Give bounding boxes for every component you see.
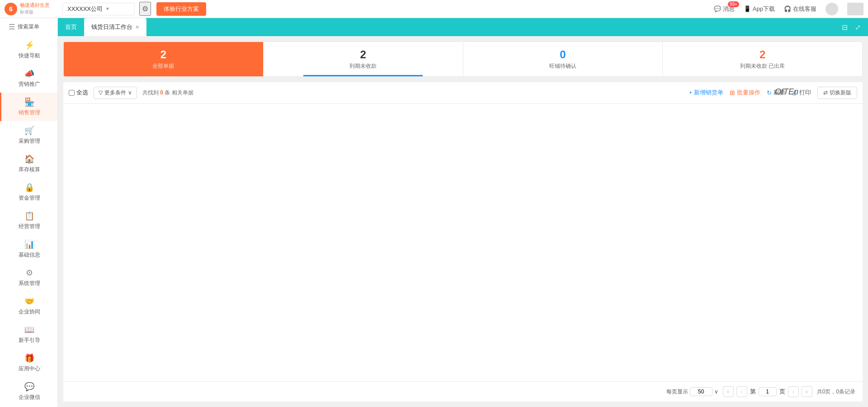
stat-unshipped[interactable]: 2 到期未收款 已出库: [663, 42, 862, 76]
sidebar-item-sales[interactable]: 🏪 销售管理: [0, 93, 57, 121]
avatar[interactable]: [826, 3, 838, 15]
top-header: 6 畅捷通好生意 标准版 XXXXXX公司 ▼ ⚙ 体验行业方案 💬 消息 99…: [0, 0, 868, 18]
stat-pending-number: 0: [472, 48, 654, 61]
app-badge: 标准版: [20, 9, 50, 15]
marketing-label: 营销推广: [19, 80, 40, 88]
content-area: 2 全部单据 2 到期未收款 0 旺铺待确认 2 到期未收款 已出库: [58, 36, 868, 407]
stat-pending[interactable]: 0 旺铺待确认: [463, 42, 663, 76]
page-suffix-label: 页: [779, 388, 785, 396]
tab-bar-actions: ⊟ ⤢: [840, 21, 868, 33]
logo-area: 6 畅捷通好生意 标准版: [5, 2, 62, 15]
sidebar-item-inventory[interactable]: 🏠 库存核算: [0, 150, 57, 178]
search-menu-icon: ☰: [9, 23, 15, 31]
app-center-icon: 🎁: [24, 353, 34, 363]
tab-minimize-icon[interactable]: ⊟: [840, 21, 849, 33]
operation-label: 经营管理: [19, 223, 40, 230]
sidebar-item-marketing[interactable]: 📣 营销推广: [0, 64, 57, 93]
batch-icon: ⊞: [730, 89, 735, 96]
filter-button[interactable]: ▽ 更多条件 ∨: [94, 87, 137, 99]
sidebar-item-purchase[interactable]: 🛒 采购管理: [0, 121, 57, 150]
select-all-input[interactable]: [69, 90, 75, 96]
stat-unshipped-number: 2: [672, 48, 853, 61]
prev-page-button[interactable]: ‹: [736, 386, 747, 397]
app-center-label: 应用中心: [19, 365, 40, 373]
stat-underline: [303, 75, 423, 76]
company-selector[interactable]: XXXXXX公司 ▼: [62, 3, 135, 15]
stat-all[interactable]: 2 全部单据: [64, 42, 264, 76]
sidebar-item-finance[interactable]: 🔒 资金管理: [0, 178, 57, 206]
select-all-checkbox[interactable]: 全选: [69, 89, 88, 97]
result-count: 0: [160, 89, 163, 96]
inventory-icon: 🏠: [24, 154, 34, 164]
pagination: 每页显示 ∨ « ‹ 第 页 › » 共0页，0条记录: [63, 381, 863, 402]
stat-overdue-label: 到期未收款: [273, 62, 454, 70]
sidebar-item-beginner[interactable]: 📖 新手引导: [0, 320, 57, 349]
basic-info-label: 基础信息: [19, 251, 40, 259]
sidebar-item-system[interactable]: ⚙ 系统管理: [0, 263, 57, 292]
purchase-label: 采购管理: [19, 137, 40, 145]
tab-close-icon[interactable]: ✕: [135, 24, 139, 30]
wechat-label: 企业微信: [19, 393, 40, 401]
stat-unshipped-label: 到期未收款 已出库: [672, 62, 853, 70]
first-page-button[interactable]: «: [723, 386, 734, 397]
sidebar-item-app-center[interactable]: 🎁 应用中心: [0, 349, 57, 377]
sidebar-item-search-menu[interactable]: ☰ 搜索菜单: [0, 18, 57, 36]
print-icon: 🖨: [792, 89, 797, 96]
switch-version-button[interactable]: ⇄ 切换新版: [817, 87, 857, 99]
online-service-label: 在线客服: [793, 5, 816, 13]
tab-workstation-label: 钱货日清工作台: [91, 23, 132, 31]
wechat-icon: 💬: [24, 382, 34, 392]
quick-nav-icon: ⚡: [24, 40, 34, 50]
tab-expand-icon[interactable]: ⤢: [853, 21, 863, 33]
message-button[interactable]: 💬 消息 99+: [714, 5, 735, 13]
stats-row: 2 全部单据 2 到期未收款 0 旺铺待确认 2 到期未收款 已出库: [63, 42, 863, 77]
app-download-button[interactable]: 📱 App下载: [744, 5, 775, 13]
stat-overdue-number: 2: [273, 48, 454, 61]
system-label: 系统管理: [19, 280, 40, 287]
print-button[interactable]: 🖨 打印: [792, 89, 811, 97]
tab-home[interactable]: 首页: [58, 18, 84, 36]
finance-icon: 🔒: [24, 182, 34, 192]
batch-label: 批量操作: [737, 89, 760, 97]
download-icon: 📱: [744, 5, 751, 12]
stat-pending-label: 旺铺待确认: [472, 62, 654, 70]
main-layout: ☰ 搜索菜单 ⚡ 快捷导航 📣 营销推广 🏪 销售管理 🛒 采购管理 🏠 库存核…: [0, 18, 868, 407]
sales-icon: 🏪: [24, 97, 34, 107]
result-suffix: 条 相关单据: [165, 89, 193, 96]
sidebar-item-operation[interactable]: 📋 经营管理: [0, 206, 57, 235]
user-menu[interactable]: [847, 3, 863, 15]
dropdown-arrow-icon: ▼: [105, 6, 110, 11]
per-page-input[interactable]: [690, 387, 712, 396]
next-page-button[interactable]: ›: [788, 386, 799, 397]
sidebar: ☰ 搜索菜单 ⚡ 快捷导航 📣 营销推广 🏪 销售管理 🛒 采购管理 🏠 库存核…: [0, 18, 58, 407]
add-sales-button[interactable]: + 新增销货单: [689, 89, 723, 97]
result-text: 共找到 0 条 相关单据: [142, 89, 193, 97]
operation-icon: 📋: [24, 211, 34, 221]
page-nav: « ‹ 第 页 › »: [723, 386, 812, 397]
refresh-button[interactable]: ↻ 刷新: [767, 89, 785, 97]
sidebar-item-basic-info[interactable]: 📊 基础信息: [0, 235, 57, 263]
filter-icon: ▽: [99, 89, 103, 96]
print-label: 打印: [799, 89, 811, 97]
settings-button[interactable]: ⚙: [139, 2, 151, 16]
last-page-button[interactable]: »: [802, 386, 812, 397]
try-industry-button[interactable]: 体验行业方案: [156, 2, 206, 16]
sidebar-item-cooperation[interactable]: 🤝 企业协同: [0, 292, 57, 320]
beginner-icon: 📖: [24, 325, 34, 335]
batch-button[interactable]: ⊞ 批量操作: [730, 89, 760, 97]
switch-icon: ⇄: [823, 89, 828, 96]
filter-arrow-icon: ∨: [128, 89, 132, 96]
sidebar-item-wechat[interactable]: 💬 企业微信: [0, 377, 57, 406]
online-service-button[interactable]: 🎧 在线客服: [784, 5, 816, 13]
cooperation-icon: 🤝: [24, 296, 34, 306]
add-sales-label: + 新增销货单: [689, 89, 723, 97]
page-size-select: 每页显示 ∨: [666, 387, 718, 396]
tab-workstation[interactable]: 钱货日清工作台 ✕: [84, 18, 146, 36]
filter-label: 更多条件: [104, 89, 126, 97]
stat-overdue[interactable]: 2 到期未收款: [264, 42, 463, 76]
message-badge: 99+: [728, 1, 739, 7]
stat-all-label: 全部单据: [73, 62, 254, 70]
page-number-input[interactable]: [759, 387, 777, 396]
inventory-label: 库存核算: [19, 166, 40, 173]
sidebar-item-quick-nav[interactable]: ⚡ 快捷导航: [0, 36, 57, 64]
